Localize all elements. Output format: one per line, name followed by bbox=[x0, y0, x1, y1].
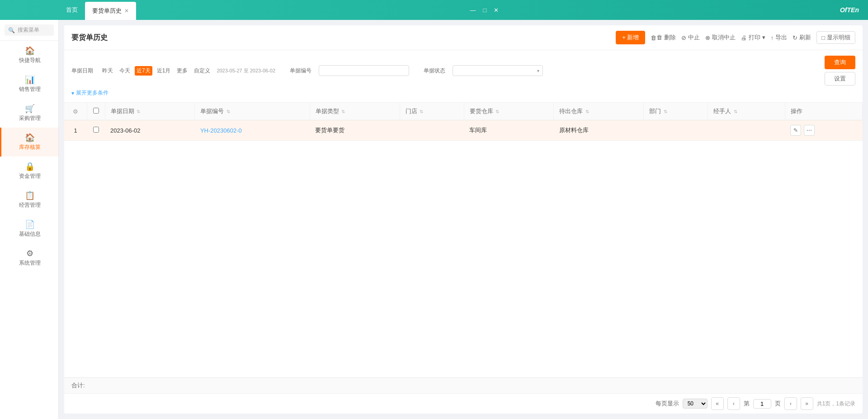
row-date: 2023-06-02 bbox=[105, 120, 195, 141]
sidebar-item-purchase[interactable]: 🛒 采购管理 bbox=[0, 99, 58, 128]
col-department-label: 部门 bbox=[649, 108, 661, 114]
row-pendingwarehouse: 原材料仓库 bbox=[554, 120, 644, 141]
col-header-actions: 操作 bbox=[785, 103, 862, 120]
sort-icon-date[interactable]: ⇅ bbox=[137, 109, 140, 114]
doc-number-link[interactable]: YH-20230602-0 bbox=[200, 127, 242, 134]
doc-number-label: 单据编号 bbox=[290, 67, 311, 75]
page-suffix: 页 bbox=[775, 400, 781, 408]
page-number-input[interactable] bbox=[753, 399, 771, 409]
tab-close-icon[interactable]: ✕ bbox=[124, 8, 129, 14]
sort-icon-handler[interactable]: ⇅ bbox=[734, 109, 737, 114]
sidebar-item-system[interactable]: ⚙ 系统管理 bbox=[0, 243, 58, 272]
sidebar-item-label: 经营管理 bbox=[19, 201, 41, 209]
cancel-stop-icon: ⊗ bbox=[705, 34, 710, 41]
row-index: 1 bbox=[64, 120, 87, 141]
stop-icon: ⊘ bbox=[681, 34, 686, 41]
col-header-store: 门店 ⇅ bbox=[400, 103, 464, 120]
brand-text: OfTEn bbox=[840, 6, 868, 14]
sidebar-item-label: 库存核算 bbox=[19, 143, 41, 151]
date-options: 昨天 今天 近7天 近1月 更多 自定义 2023-05-27 至 2023-0… bbox=[100, 66, 275, 76]
col-header-department: 部门 ⇅ bbox=[644, 103, 708, 120]
per-page-select[interactable]: 50 20 100 200 bbox=[683, 399, 708, 409]
table-row: 1 2023-06-02 YH-20230602-0 要货单要货 车间库 bbox=[64, 120, 863, 141]
date-1month[interactable]: 近1月 bbox=[155, 66, 173, 76]
export-icon: ↑ bbox=[771, 34, 774, 41]
sidebar-item-finance[interactable]: 🔒 资金管理 bbox=[0, 157, 58, 186]
sort-icon-reqwarehouse[interactable]: ⇅ bbox=[495, 109, 499, 114]
search-label: 搜索菜单 bbox=[18, 26, 39, 34]
date-more[interactable]: 更多 bbox=[175, 66, 189, 76]
sort-icon-type[interactable]: ⇅ bbox=[341, 109, 345, 114]
operations-icon: 📋 bbox=[25, 191, 35, 200]
row-handler bbox=[708, 120, 785, 141]
chevron-down-icon: ▾ bbox=[71, 90, 74, 96]
add-button[interactable]: + 新增 bbox=[616, 31, 645, 44]
delete-button[interactable]: 🗑 🗑 删除 bbox=[651, 33, 676, 42]
sidebar-search-area: 🔍 搜索菜单 bbox=[0, 20, 58, 41]
pagination: 每页显示 50 20 100 200 « ‹ 第 页 › » 共1页，1条记录 bbox=[64, 393, 863, 414]
checkbox-column-header bbox=[87, 103, 105, 120]
sidebar-item-label: 销售管理 bbox=[19, 86, 41, 93]
table-body: 1 2023-06-02 YH-20230602-0 要货单要货 车间库 bbox=[64, 120, 863, 141]
row-edit-button[interactable]: ✎ bbox=[790, 125, 801, 136]
status-select[interactable] bbox=[453, 65, 543, 76]
tab-requisition-history[interactable]: 要货单历史 ✕ bbox=[85, 2, 136, 20]
date-today[interactable]: 今天 bbox=[118, 66, 132, 76]
sidebar-item-label: 系统管理 bbox=[19, 259, 41, 267]
print-button[interactable]: 🖨 打印 ▾ bbox=[741, 33, 765, 42]
date-yesterday[interactable]: 昨天 bbox=[100, 66, 115, 76]
row-checkbox-cell bbox=[87, 120, 105, 141]
home-icon: 🏠 bbox=[25, 47, 35, 55]
select-all-checkbox[interactable] bbox=[93, 108, 99, 114]
status-select-wrapper bbox=[453, 65, 543, 76]
sidebar-item-quicknav[interactable]: 🏠 快捷导航 bbox=[0, 41, 58, 70]
data-table: ⚙ 单据日期 ⇅ 单据编号 ⇅ bbox=[64, 103, 863, 141]
sort-icon-department[interactable]: ⇅ bbox=[664, 109, 667, 114]
date-7days[interactable]: 近7天 bbox=[135, 66, 152, 76]
finance-icon: 🔒 bbox=[25, 162, 35, 171]
search-menu-trigger[interactable]: 🔍 搜索菜单 bbox=[5, 24, 54, 36]
display-icon: □ bbox=[821, 34, 825, 41]
close-button[interactable]: ✕ bbox=[494, 7, 499, 14]
sidebar-item-basic[interactable]: 📄 基础信息 bbox=[0, 214, 58, 243]
basic-icon: 📄 bbox=[25, 220, 35, 229]
last-page-button[interactable]: » bbox=[801, 397, 813, 410]
row-more-button[interactable]: ⋯ bbox=[804, 125, 815, 136]
sort-icon-pendingwarehouse[interactable]: ⇅ bbox=[585, 109, 589, 114]
settings-button[interactable]: 设置 bbox=[825, 72, 855, 86]
sidebar-item-operations[interactable]: 📋 经营管理 bbox=[0, 186, 58, 214]
settings-column-header[interactable]: ⚙ bbox=[64, 103, 87, 120]
row-checkbox[interactable] bbox=[93, 127, 99, 133]
tab-home[interactable]: 首页 bbox=[59, 0, 85, 20]
next-page-button[interactable]: › bbox=[784, 397, 797, 410]
maximize-button[interactable]: □ bbox=[483, 7, 487, 14]
page-header: 要货单历史 + 新增 🗑 🗑 删除 ⊘ 中止 ⊗ 取消中止 bbox=[64, 25, 863, 50]
cancel-stop-button[interactable]: ⊗ 取消中止 bbox=[705, 33, 736, 42]
inventory-icon: 🏠 bbox=[25, 133, 35, 142]
col-reqwarehouse-label: 要货仓库 bbox=[470, 108, 493, 114]
main-content: 要货单历史 + 新增 🗑 🗑 删除 ⊘ 中止 ⊗ 取消中止 bbox=[59, 20, 868, 419]
sidebar: 🔍 搜索菜单 🏠 快捷导航 📊 销售管理 🛒 采购管理 🏠 库存核算 🔒 资金管… bbox=[0, 20, 59, 419]
sidebar-item-label: 基础信息 bbox=[19, 230, 41, 238]
expand-more-trigger[interactable]: ▾ 展开更多条件 bbox=[71, 89, 855, 97]
col-type-label: 单据类型 bbox=[316, 108, 339, 114]
sidebar-item-label: 资金管理 bbox=[19, 172, 41, 180]
sidebar-item-sales[interactable]: 📊 销售管理 bbox=[0, 70, 58, 99]
prev-page-button[interactable]: ‹ bbox=[727, 397, 740, 410]
sidebar-item-label: 采购管理 bbox=[19, 114, 41, 122]
stop-button[interactable]: ⊘ 中止 bbox=[681, 33, 700, 42]
first-page-button[interactable]: « bbox=[711, 397, 724, 410]
row-actions-cell: ✎ ⋯ bbox=[785, 120, 862, 141]
sort-icon-number[interactable]: ⇅ bbox=[226, 109, 230, 114]
sales-icon: 📊 bbox=[25, 76, 35, 84]
refresh-button[interactable]: ↻ 刷新 bbox=[793, 33, 811, 42]
export-button[interactable]: ↑ 导出 bbox=[771, 33, 788, 42]
sidebar-item-inventory[interactable]: 🏠 库存核算 bbox=[0, 128, 58, 157]
date-custom[interactable]: 自定义 bbox=[192, 66, 212, 76]
query-button[interactable]: 查询 bbox=[825, 56, 855, 69]
sort-icon-store[interactable]: ⇅ bbox=[420, 109, 423, 114]
display-detail-button[interactable]: □ 显示明细 bbox=[816, 31, 855, 44]
print-icon: 🖨 bbox=[741, 34, 747, 41]
minimize-button[interactable]: — bbox=[470, 7, 476, 14]
doc-number-input[interactable] bbox=[319, 65, 409, 76]
